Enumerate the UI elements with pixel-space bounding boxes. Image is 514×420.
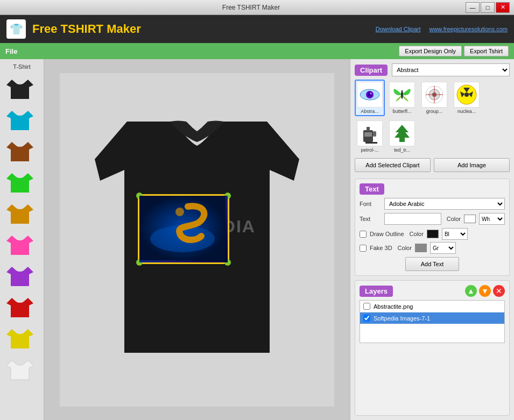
layer-up-button[interactable]: ▲ xyxy=(465,285,477,297)
website-link[interactable]: www.freepicturesolutions.com xyxy=(429,26,508,32)
file-menu[interactable]: File xyxy=(5,47,17,55)
app-title-free: Free xyxy=(32,22,61,35)
download-clipart-link[interactable]: Download Clipart xyxy=(376,26,421,32)
layers-section: Layers ▲ ▼ ✕ Abstractite.png Softpedia I… xyxy=(355,280,510,416)
text-color-dropdown[interactable]: Wh Bl Re xyxy=(479,213,505,225)
layer-item-1[interactable]: Softpedia Images-7-1 xyxy=(360,312,504,324)
app-logo: 👕 xyxy=(6,19,26,39)
main-content: T-Shirt xyxy=(0,59,514,420)
fake3d-color-dropdown[interactable]: Gr Wh Bl xyxy=(430,242,456,254)
text-color-swatch xyxy=(464,215,476,223)
clipart-item-tree[interactable]: ted_tr... xyxy=(387,118,417,155)
draw-outline-row: Draw Outline Color Bl Wh xyxy=(360,228,505,240)
tshirt-pink[interactable] xyxy=(3,231,37,259)
tshirt-orange[interactable] xyxy=(3,200,37,228)
clipart-tree-icon xyxy=(389,120,415,146)
font-dropdown[interactable]: Adobe Arabic Arial Times New Roman xyxy=(384,198,505,210)
add-text-button[interactable]: Add Text xyxy=(405,257,459,271)
svg-point-2 xyxy=(175,208,184,216)
clipart-group-icon xyxy=(421,82,447,108)
app-header: 👕 Free TSHIRT Maker Download Clipart www… xyxy=(0,15,514,43)
maximize-button[interactable]: □ xyxy=(481,2,495,13)
layers-list: Abstractite.png Softpedia Images-7-1 xyxy=(360,300,505,343)
tshirt-yellow[interactable] xyxy=(3,325,37,353)
canvas-area: SOFTPEDIA xyxy=(44,59,350,420)
minimize-button[interactable]: — xyxy=(466,2,480,13)
menu-buttons: Export Design Only Export Tshirt xyxy=(399,46,509,56)
close-button[interactable]: ✕ xyxy=(496,2,510,13)
export-design-button[interactable]: Export Design Only xyxy=(399,46,462,56)
svg-rect-18 xyxy=(373,131,376,137)
tshirt-purple[interactable] xyxy=(3,262,37,290)
design-image xyxy=(139,196,228,262)
clipart-grid: Abstra... butterfl... xyxy=(355,80,510,155)
fake-3d-checkbox[interactable] xyxy=(360,245,367,252)
layer-delete-button[interactable]: ✕ xyxy=(493,285,505,297)
export-tshirt-button[interactable]: Export Tshirt xyxy=(464,46,509,56)
tshirt-brown[interactable] xyxy=(3,138,37,166)
window-title: Free TSHIRT Maker xyxy=(37,4,466,11)
text-section: Text Font Adobe Arabic Arial Times New R… xyxy=(355,179,510,276)
layer-1-checkbox[interactable] xyxy=(363,315,370,322)
svg-rect-19 xyxy=(367,127,370,131)
text-label: Text xyxy=(360,216,381,222)
tshirt-emoji-icon: 👕 xyxy=(10,23,23,35)
svg-point-8 xyxy=(402,90,403,92)
fake-3d-row: Fake 3D Color Gr Wh Bl xyxy=(360,242,505,254)
fake3d-color-label: Color xyxy=(398,245,412,251)
svg-rect-17 xyxy=(364,132,372,137)
clipart-item-nuclear[interactable]: nuclea... xyxy=(452,80,482,116)
clipart-tree-label: ted_tr... xyxy=(394,147,410,153)
clipart-item-butterfly[interactable]: butterfl... xyxy=(387,80,417,116)
clipart-butterfly-icon xyxy=(389,82,415,108)
tshirt-red[interactable] xyxy=(3,294,37,322)
clipart-butterfly-label: butterfl... xyxy=(392,109,411,114)
tshirt-cyan[interactable] xyxy=(3,106,37,134)
layers-section-title: Layers xyxy=(360,286,393,297)
clipart-group-label: group... xyxy=(426,109,443,114)
clipart-item-abstract[interactable]: Abstra... xyxy=(355,80,385,116)
clipart-item-group[interactable]: group... xyxy=(419,80,449,116)
right-panel: Clipart Abstract Animals Sports Nature xyxy=(350,59,514,420)
font-label: Font xyxy=(360,201,381,207)
outline-color-dropdown[interactable]: Bl Wh xyxy=(442,228,468,240)
outline-color-swatch xyxy=(427,230,439,238)
svg-point-6 xyxy=(370,93,372,95)
canvas-background: SOFTPEDIA xyxy=(60,73,334,407)
tshirt-label: T-Shirt xyxy=(3,63,40,70)
text-input-row: Text Color Wh Bl Re xyxy=(360,213,505,225)
clipart-abstract-label: Abstra... xyxy=(361,109,379,114)
svg-marker-21 xyxy=(395,125,410,142)
layer-0-checkbox[interactable] xyxy=(363,303,370,310)
title-bar: Free TSHIRT Maker — □ ✕ xyxy=(0,0,514,15)
clipart-category-dropdown[interactable]: Abstract Animals Sports Nature xyxy=(392,63,510,76)
clipart-petrol-label: petrol-... xyxy=(361,147,378,153)
layer-1-name: Softpedia Images-7-1 xyxy=(374,315,430,322)
layer-down-button[interactable]: ▼ xyxy=(479,285,491,297)
tshirt-green[interactable] xyxy=(3,169,37,197)
tshirt-white[interactable] xyxy=(3,356,37,384)
layers-section-header: Layers ▲ ▼ ✕ xyxy=(360,285,505,297)
fake3d-color-swatch xyxy=(415,244,427,252)
layer-item-0[interactable]: Abstractite.png xyxy=(360,301,504,312)
layers-controls: ▲ ▼ ✕ xyxy=(465,285,505,297)
clipart-section: Clipart Abstract Animals Sports Nature xyxy=(355,63,510,174)
clipart-abstract-icon xyxy=(357,82,383,108)
outline-color-label: Color xyxy=(410,231,424,237)
text-section-title: Text xyxy=(360,183,384,195)
add-selected-clipart-button[interactable]: Add Selected Clipart xyxy=(355,158,431,172)
tshirt-canvas[interactable]: SOFTPEDIA xyxy=(84,105,310,374)
clipart-section-title: Clipart xyxy=(355,65,388,76)
draw-outline-checkbox[interactable] xyxy=(360,231,367,238)
header-links: Download Clipart www.freepicturesolution… xyxy=(376,26,508,32)
clipart-action-buttons: Add Selected Clipart Add Image xyxy=(355,158,510,172)
fake-3d-label: Fake 3D xyxy=(370,245,392,251)
design-overlay[interactable] xyxy=(138,194,229,264)
text-input[interactable] xyxy=(384,213,441,225)
clipart-item-petrol[interactable]: petrol-... xyxy=(355,118,385,155)
svg-point-15 xyxy=(464,92,469,97)
window-controls: — □ ✕ xyxy=(466,2,510,13)
add-image-button[interactable]: Add Image xyxy=(434,158,510,172)
tshirt-black[interactable] xyxy=(3,75,37,103)
text-color-label: Color xyxy=(447,216,461,222)
